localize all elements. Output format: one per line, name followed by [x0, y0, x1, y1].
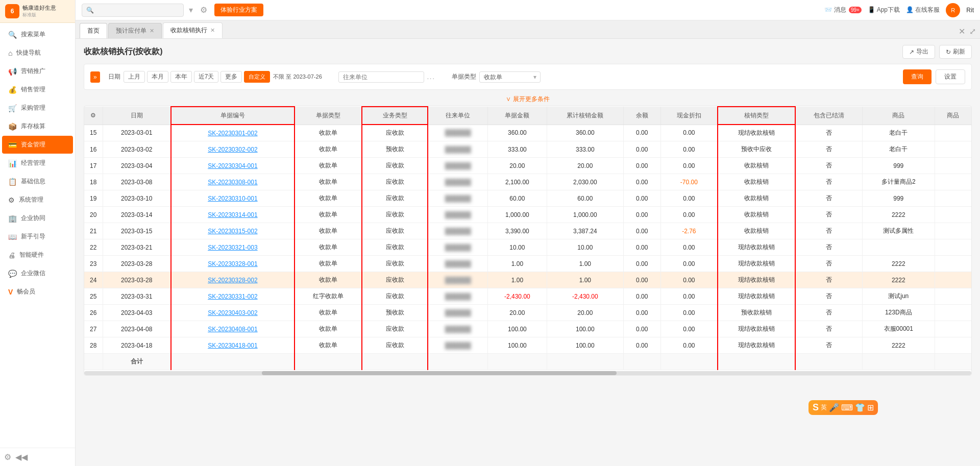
- doc-no-link[interactable]: SK-20230315-002: [208, 228, 257, 235]
- receipt-type-select[interactable]: 收款单 全部: [479, 71, 541, 83]
- date-more[interactable]: 更多: [220, 71, 242, 83]
- th-date[interactable]: 日期: [103, 107, 171, 125]
- export-button[interactable]: ↗ 导出: [902, 45, 935, 59]
- doc-no-link[interactable]: SK-20230321-003: [208, 244, 257, 251]
- sidebar-item-guide[interactable]: 📖 新手引导: [2, 228, 73, 246]
- doc-no-link[interactable]: SK-20230301-002: [208, 130, 257, 137]
- cell-product2: [935, 125, 971, 141]
- cell-date: 2023-03-31: [103, 288, 171, 305]
- doc-no-link[interactable]: SK-20230304-001: [208, 162, 257, 169]
- cell-cancel-type: 现结收款核销: [718, 288, 795, 305]
- tab-close-all-icon[interactable]: ✕: [959, 27, 965, 36]
- sidebar-item-enterprise[interactable]: 🏢 企业协同: [2, 209, 73, 227]
- doc-no-link[interactable]: SK-20230328-001: [208, 260, 257, 267]
- sidebar-item-search[interactable]: 🔍 搜索菜单: [2, 26, 73, 43]
- cell-discount: 0.00: [660, 256, 718, 272]
- refresh-button[interactable]: ↻ 刷新: [939, 45, 972, 59]
- cell-product1: [863, 239, 935, 256]
- table-row: 28 2023-04-18 SK-20230418-001 收款单 应收款 ██…: [84, 337, 971, 354]
- sidebar-item-sales[interactable]: 💰 销售管理: [2, 81, 73, 99]
- th-discount[interactable]: 现金折扣: [660, 107, 718, 125]
- th-balance[interactable]: 余额: [623, 107, 660, 125]
- message-label[interactable]: 📨 消息 99+: [824, 6, 862, 14]
- horizontal-scrollbar[interactable]: [84, 371, 971, 375]
- dropdown-icon[interactable]: ▾: [189, 5, 193, 15]
- th-biz-type[interactable]: 业务类型: [362, 107, 428, 125]
- cell-doc-no: SK-20230301-002: [171, 125, 295, 141]
- tab-payable[interactable]: 预计应付单 ✕: [108, 23, 162, 38]
- export-icon: ↗: [909, 48, 914, 56]
- th-product1[interactable]: 商品: [863, 107, 935, 125]
- cell-biz-type: 应收款: [362, 125, 428, 141]
- sidebar-item-vip[interactable]: V 畅会员: [2, 283, 73, 301]
- filter-toggle-button[interactable]: »: [90, 71, 100, 83]
- cell-product1: 123D商品: [863, 305, 935, 321]
- sidebar-item-marketing[interactable]: 📢 营销推广: [2, 62, 73, 80]
- date-filter-label: 日期: [108, 72, 120, 81]
- doc-no-link[interactable]: SK-20230302-002: [208, 146, 257, 153]
- th-product2[interactable]: 商品: [935, 107, 971, 125]
- th-cancel-type[interactable]: 核销类型: [718, 107, 795, 125]
- date-prev-month[interactable]: 上月: [124, 71, 145, 83]
- doc-no-link[interactable]: SK-20230310-001: [208, 195, 257, 202]
- th-doc-type[interactable]: 单据类型: [295, 107, 362, 125]
- cell-included: 否: [795, 125, 863, 141]
- tab-receipt-exec[interactable]: 收款核销执行 ✕: [163, 22, 223, 38]
- doc-no-link[interactable]: SK-20230308-001: [208, 179, 257, 186]
- doc-no-link[interactable]: SK-20230328-002: [208, 277, 257, 284]
- tab-payable-close[interactable]: ✕: [150, 28, 154, 34]
- setting-button[interactable]: 设置: [936, 69, 965, 84]
- sidebar-item-purchase[interactable]: 🛒 采购管理: [2, 99, 73, 117]
- date-7days[interactable]: 近7天: [194, 71, 219, 83]
- doc-no-link[interactable]: SK-20230331-002: [208, 293, 257, 300]
- purchase-icon: 🛒: [8, 104, 17, 112]
- th-doc-no[interactable]: 单据编号: [171, 107, 295, 125]
- cell-cancel-type: 收款核销: [718, 174, 795, 190]
- sidebar-item-quick-nav[interactable]: ⌂ 快捷导航: [2, 44, 73, 62]
- sidebar-item-wechat[interactable]: 💬 企业微信: [2, 264, 73, 282]
- date-custom[interactable]: 自定义: [244, 71, 270, 83]
- collapse-icon[interactable]: ◀◀: [15, 452, 28, 462]
- cell-cancel-type: 收款核销: [718, 190, 795, 207]
- sidebar-item-operation[interactable]: 📊 经营管理: [2, 154, 73, 172]
- tab-expand-icon[interactable]: ⤢: [969, 27, 976, 36]
- tab-receipt-exec-close[interactable]: ✕: [210, 27, 215, 34]
- cell-doc-no: SK-20230418-001: [171, 337, 295, 354]
- date-this-year[interactable]: 本年: [170, 71, 192, 83]
- table-row: 19 2023-03-10 SK-20230310-001 收款单 应收款 ██…: [84, 190, 971, 207]
- table-row: 23 2023-03-28 SK-20230328-001 收款单 应收款 ██…: [84, 256, 971, 272]
- th-settings[interactable]: ⚙: [84, 107, 103, 125]
- sales-icon: 💰: [8, 86, 17, 94]
- cell-doc-type: 收款单: [295, 141, 362, 158]
- sidebar-item-smart[interactable]: 🖨 智能硬件: [2, 246, 73, 264]
- sidebar-item-basic[interactable]: 📋 基础信息: [2, 173, 73, 190]
- cell-doc-type: 收款单: [295, 158, 362, 174]
- expand-more-bar[interactable]: ∨ 展开更多条件: [84, 95, 972, 104]
- doc-no-link[interactable]: SK-20230408-001: [208, 326, 257, 333]
- settings-icon[interactable]: ⚙: [4, 452, 11, 462]
- unit-input[interactable]: [338, 71, 424, 83]
- date-this-month[interactable]: 本月: [147, 71, 168, 83]
- cell-unit: ██████: [428, 174, 487, 190]
- th-included[interactable]: 包含已结清: [795, 107, 863, 125]
- tab-home[interactable]: 首页: [80, 23, 107, 38]
- cell-accum: 20.00: [547, 158, 623, 174]
- cell-balance: 0.00: [623, 256, 660, 272]
- th-amount[interactable]: 单据金额: [488, 107, 547, 125]
- cell-product2: [935, 141, 971, 158]
- sidebar-item-label: 营销推广: [21, 67, 45, 76]
- doc-no-link[interactable]: SK-20230403-002: [208, 309, 257, 316]
- cell-unit: ██████: [428, 190, 487, 207]
- th-accum[interactable]: 累计核销金额: [547, 107, 623, 125]
- sidebar-item-fund[interactable]: 💳 资金管理: [2, 136, 73, 154]
- query-button[interactable]: 查询: [903, 69, 932, 84]
- gear-icon[interactable]: ⚙: [198, 3, 209, 17]
- doc-no-link[interactable]: SK-20230418-001: [208, 342, 257, 349]
- th-unit[interactable]: 往来单位: [428, 107, 487, 125]
- doc-no-link[interactable]: SK-20230314-001: [208, 211, 257, 218]
- app-download[interactable]: 📱 App下载: [868, 6, 900, 14]
- industry-solution-button[interactable]: 体验行业方案: [214, 4, 263, 16]
- online-service[interactable]: 👤 在线客服: [906, 6, 940, 14]
- sidebar-item-system[interactable]: ⚙ 系统管理: [2, 191, 73, 209]
- sidebar-item-inventory[interactable]: 📦 库存核算: [2, 117, 73, 135]
